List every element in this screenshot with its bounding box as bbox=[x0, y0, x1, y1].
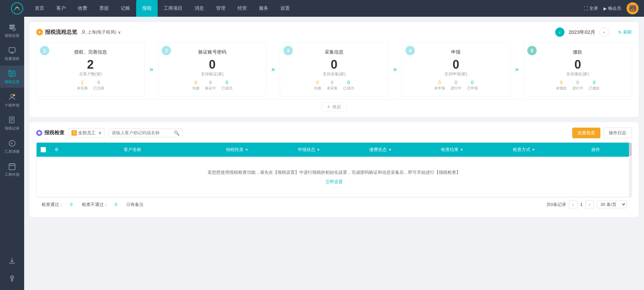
step-count-2: 0 bbox=[164, 58, 261, 71]
flow-step-4: 4 申报 0 支持申报(家) 0 未申报 0 进行中 bbox=[402, 42, 510, 96]
step-title-1: 授权、完善信息 bbox=[42, 49, 139, 55]
pagination: 共0条记录 ‹ 1 › 30 条/页50 条/页100 条/页 bbox=[546, 200, 627, 209]
sidebar-item-tax-overview[interactable]: 报税总览 bbox=[0, 66, 24, 87]
top-navigation: 首页 客户 收费 票据 记账 报税 工商项目 消息 管理 经营 服务 设置 ⛶ … bbox=[0, 0, 644, 17]
nav-accounting[interactable]: 记账 bbox=[115, 0, 136, 17]
nav-message[interactable]: 消息 bbox=[189, 0, 210, 17]
flow-header: + 报税流程总览 上海(电子税局) ∨ ‹ 2023年02月 › bbox=[36, 27, 632, 37]
page-size-selector[interactable]: 30 条/页50 条/页100 条/页 bbox=[597, 201, 627, 208]
step-badge-5: 5 bbox=[527, 46, 537, 55]
nav-operation[interactable]: 经营 bbox=[231, 0, 253, 17]
svg-rect-2 bbox=[9, 26, 15, 27]
setup-link[interactable]: 立即设置 bbox=[325, 179, 343, 185]
stat-processing-2: 0 验证中 bbox=[205, 80, 216, 91]
location-icon bbox=[7, 273, 17, 283]
stat-success-3: 0 已成功 bbox=[343, 80, 354, 91]
fullscreen-button[interactable]: ⛶ 全屏 bbox=[584, 5, 598, 11]
flow-step-2: 2 验证账号密码 0 支持验证(家) 0 失败 0 验证中 bbox=[158, 42, 266, 96]
svg-point-6 bbox=[14, 29, 14, 30]
search-icon[interactable]: 🔍 bbox=[174, 130, 179, 136]
th-payment-status[interactable]: 缴费状态 ▼ bbox=[345, 143, 417, 157]
bulk-check-button[interactable]: 批量检查 bbox=[572, 128, 600, 138]
step-count-4: 0 bbox=[408, 58, 504, 71]
search-input[interactable] bbox=[112, 130, 174, 135]
nav-customer[interactable]: 客户 bbox=[50, 0, 72, 17]
step-stats-3: 0 失败 0 未采集 0 已成功 bbox=[285, 80, 382, 91]
tax-check-card: ◉ 报税检查 员 全部员工 ∨ 🔍 批量检查 操作日志 bbox=[30, 122, 639, 217]
svg-rect-14 bbox=[9, 70, 10, 72]
arrow-2: » bbox=[266, 42, 280, 96]
pass-label: 检查通过： bbox=[42, 202, 63, 208]
next-month-button[interactable]: › bbox=[599, 27, 609, 37]
step-title-5: 缴款 bbox=[529, 49, 626, 55]
th-check-result[interactable]: 检查结果 ▼ bbox=[417, 143, 488, 157]
nav-settings[interactable]: 设置 bbox=[274, 0, 296, 17]
step-badge-2: 2 bbox=[162, 46, 171, 55]
th-tax-nature[interactable]: 纳税性质 ▼ bbox=[202, 143, 273, 157]
th-declaration-status[interactable]: 申报状态 ▼ bbox=[273, 143, 345, 157]
table-footer: 检查通过： 0 检查不通过： 0 ☑有备注 共0条记录 ‹ 1 › 30 条/页… bbox=[36, 197, 632, 212]
prev-month-button[interactable]: ‹ bbox=[555, 27, 565, 37]
nav-home[interactable]: 首页 bbox=[29, 0, 50, 17]
filter-declaration-icon: ▼ bbox=[317, 148, 320, 152]
personal-tax-icon: ¥ bbox=[7, 92, 17, 102]
first-page-button[interactable]: ‹ bbox=[569, 200, 578, 209]
member-button[interactable]: ▶ 畅会员 bbox=[603, 5, 621, 11]
operation-log-button[interactable]: 操作日志 bbox=[603, 128, 632, 138]
th-settings: ⚙ bbox=[50, 143, 63, 157]
filter-payment-icon: ▼ bbox=[388, 148, 392, 152]
step-subtext-4: 支持申报(家) bbox=[408, 71, 504, 77]
staff-icon: 员 bbox=[71, 130, 77, 136]
logo-area bbox=[5, 2, 29, 14]
settings-icon[interactable]: ⚙ bbox=[55, 147, 59, 152]
nav-fee[interactable]: 收费 bbox=[72, 0, 93, 17]
th-check-method[interactable]: 检查方式 ▼ bbox=[488, 143, 560, 157]
header-checkbox[interactable] bbox=[41, 147, 46, 152]
th-checkbox bbox=[37, 143, 50, 157]
fail-count[interactable]: 0 bbox=[115, 202, 117, 207]
step-title-3: 采集信息 bbox=[285, 49, 382, 55]
arrow-1: » bbox=[145, 42, 158, 96]
chevron-up-icon: ∧ bbox=[327, 104, 330, 109]
sidebar: 报税设置 批量报税 报税总览 bbox=[0, 17, 24, 290]
next-page-button[interactable]: › bbox=[585, 200, 594, 209]
table-scrollbar[interactable] bbox=[629, 143, 632, 197]
table-body-empty: 若您想使用报税检查功能，请先在【报税设置】中进行报税的初始化设置，完成密码验证和… bbox=[37, 157, 632, 197]
nav-business[interactable]: 工商项目 bbox=[158, 0, 189, 17]
sidebar-item-annual-report[interactable]: 工商年报 bbox=[0, 158, 24, 180]
filter-result-icon: ▼ bbox=[460, 148, 464, 152]
nav-invoice[interactable]: 票据 bbox=[93, 0, 115, 17]
step-title-4: 申报 bbox=[408, 49, 504, 55]
sidebar-item-personal-tax[interactable]: ¥ 个税申报 bbox=[0, 89, 24, 111]
nav-service[interactable]: 服务 bbox=[253, 0, 274, 17]
tax-overview-icon bbox=[7, 69, 17, 78]
nav-tax[interactable]: 报税 bbox=[136, 0, 158, 17]
step-title-2: 验证账号密码 bbox=[164, 49, 261, 55]
sidebar-item-tax-records[interactable]: 报税记录 bbox=[0, 112, 24, 134]
stat-fail-3: 0 失败 bbox=[314, 80, 321, 91]
svg-point-0 bbox=[11, 3, 23, 14]
chevron-down-icon: ∨ bbox=[118, 30, 121, 35]
location-selector[interactable]: 上海(电子税局) ∨ bbox=[81, 29, 121, 35]
pass-count[interactable]: 0 bbox=[70, 202, 72, 207]
user-avatar[interactable]: 🐻 bbox=[627, 2, 639, 14]
sidebar-item-batch-tax[interactable]: 批量报税 bbox=[0, 43, 24, 64]
staff-selector[interactable]: 员 全部员工 ∨ bbox=[68, 128, 105, 138]
scroll-thumb[interactable] bbox=[629, 143, 632, 156]
stat-complete: 0 已完善 bbox=[93, 80, 104, 91]
flow-step-5: 5 缴款 0 支持缴款(家) 0 未缴款 0 进行中 bbox=[524, 42, 632, 96]
sidebar-item-location[interactable] bbox=[0, 270, 24, 286]
sidebar-item-download[interactable] bbox=[0, 252, 24, 269]
check-title: ◉ 报税检查 bbox=[36, 130, 64, 136]
refresh-button[interactable]: ↻ 刷新 bbox=[618, 29, 632, 35]
stat-reported-4: 0 已申报 bbox=[467, 80, 478, 91]
svg-text:¥: ¥ bbox=[13, 94, 14, 96]
step-subtext-2: 支持验证(家) bbox=[164, 71, 261, 77]
collapse-button[interactable]: ∧ 收起 bbox=[321, 102, 347, 112]
sidebar-item-tax-settings[interactable]: 报税设置 bbox=[0, 19, 24, 41]
current-month: 2023年02月 bbox=[569, 29, 595, 35]
sidebar-item-settlement[interactable]: ¥ 汇算清缴 bbox=[0, 135, 24, 157]
batch-tax-icon bbox=[7, 46, 17, 55]
nav-right-actions: ⛶ 全屏 ▶ 畅会员 🐻 bbox=[584, 2, 639, 14]
nav-manage[interactable]: 管理 bbox=[210, 0, 231, 17]
